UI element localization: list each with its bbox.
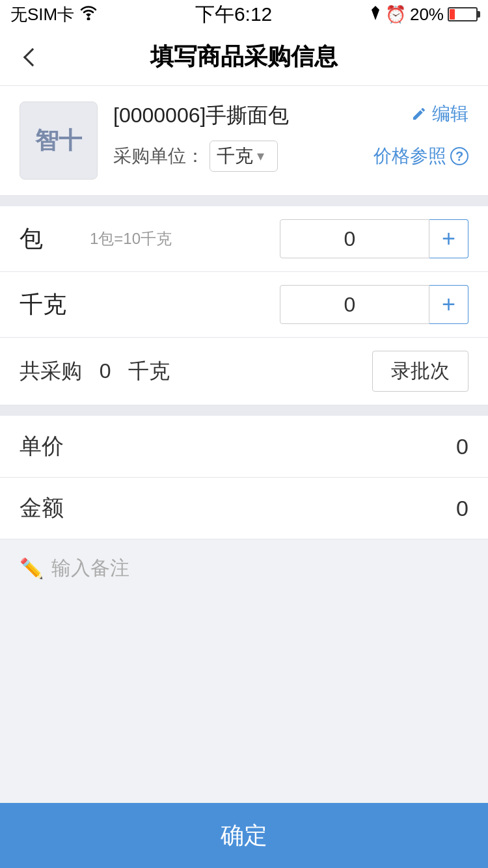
product-header: [0000006]手撕面包 编辑 [113, 102, 468, 130]
kg-input-right: + [280, 285, 468, 324]
price-ref-button[interactable]: 价格参照 ? [373, 144, 468, 169]
battery-percent: 20% [410, 5, 444, 25]
batch-button[interactable]: 录批次 [372, 351, 468, 392]
product-info: [0000006]手撕面包 编辑 采购单位： 千克 ▾ 价格 [113, 102, 468, 172]
back-button[interactable] [0, 29, 57, 86]
pencil-icon: ✏️ [20, 557, 44, 580]
location-icon [370, 5, 381, 25]
separator-2 [0, 405, 488, 416]
unit-price-label: 单价 [20, 431, 64, 461]
bag-input-wrapper: + [280, 219, 468, 258]
product-image: 智十 [20, 102, 98, 180]
product-logo: 智十 [35, 128, 82, 154]
bag-input-right: + [280, 219, 468, 258]
kg-quantity-input[interactable] [280, 285, 429, 324]
info-icon: ? [450, 147, 468, 165]
note-placeholder: 输入备注 [51, 555, 129, 582]
kg-label: 千克 [20, 289, 85, 321]
amount-label: 金额 [20, 493, 64, 523]
bottom-space [0, 597, 488, 793]
page-title: 填写商品采购信息 [150, 41, 338, 73]
nav-bar: 填写商品采购信息 [0, 29, 488, 86]
unit-value: 千克 [217, 144, 253, 169]
input-section: 包 1包=10千克 + 千克 + 共采购 [0, 206, 488, 405]
carrier-text: 无SIM卡 [10, 3, 74, 26]
dropdown-arrow-icon: ▾ [257, 148, 264, 165]
unit-select[interactable]: 千克 ▾ [210, 141, 278, 172]
bag-quantity-input[interactable] [280, 219, 429, 258]
battery-icon [448, 7, 478, 21]
status-bar-right: ⏰ 20% [370, 5, 478, 25]
status-bar: 无SIM卡 下午6:12 ⏰ 20% [0, 0, 488, 29]
unit-price-row: 单价 0 [0, 416, 488, 478]
separator-1 [0, 196, 488, 206]
edit-button[interactable]: 编辑 [411, 102, 468, 126]
back-arrow-icon [23, 47, 42, 66]
price-ref-label: 价格参照 [373, 144, 446, 169]
unit-price-value: 0 [456, 434, 468, 459]
product-name: [0000006]手撕面包 [113, 102, 289, 130]
kg-plus-button[interactable]: + [429, 285, 468, 324]
unit-label: 采购单位： [113, 144, 204, 169]
bag-sublabel: 1包=10千克 [90, 228, 172, 249]
note-section[interactable]: ✏️ 输入备注 [0, 539, 488, 597]
amount-value: 0 [456, 496, 468, 521]
svg-point-0 [87, 17, 90, 20]
confirm-button[interactable]: 确定 [0, 803, 488, 868]
alarm-icon: ⏰ [385, 5, 406, 25]
product-card: 智十 [0000006]手撕面包 编辑 采购单位： 千克 ▾ [0, 86, 488, 196]
bag-plus-button[interactable]: + [429, 219, 468, 258]
value-section: 单价 0 金额 0 [0, 416, 488, 539]
kg-input-wrapper: + [280, 285, 468, 324]
kg-input-row: 千克 + [0, 272, 488, 338]
wifi-icon [79, 5, 98, 25]
bag-input-row: 包 1包=10千克 + [0, 206, 488, 272]
product-unit-row: 采购单位： 千克 ▾ 价格参照 ? [113, 141, 468, 172]
total-label: 共采购 0 千克 [20, 357, 170, 386]
amount-row: 金额 0 [0, 478, 488, 539]
status-bar-left: 无SIM卡 [10, 3, 98, 26]
total-row: 共采购 0 千克 录批次 [0, 338, 488, 405]
bag-label: 包 [20, 223, 85, 255]
status-bar-time: 下午6:12 [195, 1, 272, 28]
